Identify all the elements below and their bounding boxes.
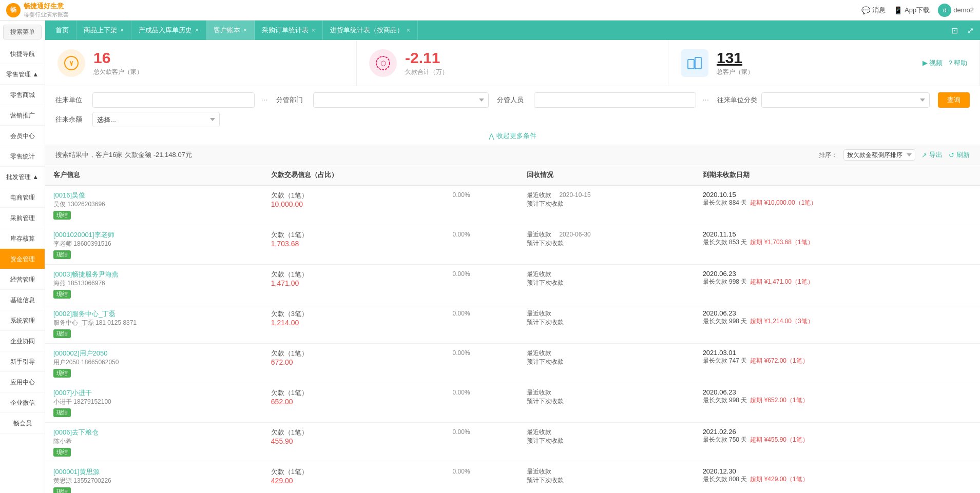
tab-kehu[interactable]: 客户账本 × — [206, 21, 255, 40]
debt-amount-3[interactable]: 1,214.00 — [271, 319, 436, 327]
filter-dots-person[interactable]: ··· — [702, 95, 709, 105]
tab-shangpin-close[interactable]: × — [120, 27, 124, 34]
sidebar-item-jingying[interactable]: 经营管理 — [0, 269, 45, 290]
overdue-link-6[interactable]: 超期 ¥455.90（1笔） — [750, 436, 808, 444]
debt-amount-2[interactable]: 1,471.00 — [271, 279, 436, 287]
sidebar-item-lingshou[interactable]: 零售管理 ▲ — [0, 64, 45, 85]
tab-jinhuo[interactable]: 进货单统计表（按商品） × — [323, 21, 418, 40]
filter-select-dept[interactable] — [313, 92, 489, 108]
user-avatar-btn[interactable]: d demo2 — [938, 4, 974, 17]
phone-icon: 📱 — [894, 6, 902, 14]
sidebar-item-pifa[interactable]: 批发管理 ▲ — [0, 167, 45, 187]
filter-area: 往来单位 ··· 分管部门 分管人员 ··· — [45, 86, 980, 145]
stat-card-debt-customers: ¥ 16 总欠款客户（家） — [45, 40, 357, 86]
refresh-btn[interactable]: ↺ 刷新 — [949, 150, 970, 160]
collection-last-6: 最近收款 — [527, 428, 686, 437]
sidebar-item-qiyeweixin[interactable]: 企业微信 — [0, 392, 45, 413]
sidebar-item-xinshou[interactable]: 新手引导 — [0, 351, 45, 372]
overdue-link-0[interactable]: 超期 ¥10,000.00（1笔） — [750, 199, 817, 207]
help-btn[interactable]: ? 帮助 — [949, 58, 967, 68]
customer-name-3[interactable]: [0002]服务中心_丁磊 — [53, 309, 255, 319]
export-icon: ↗ — [921, 151, 927, 159]
overdue-link-4[interactable]: 超期 ¥672.00（1笔） — [750, 357, 808, 365]
overdue-link-1[interactable]: 超期 ¥1,703.68（1笔） — [750, 238, 813, 247]
search-button[interactable]: 查询 — [938, 92, 970, 108]
cell-pct-0: 0.00% — [445, 185, 518, 225]
debt-amount-6[interactable]: 455.90 — [271, 437, 436, 445]
collection-last-4: 最近收款 — [527, 349, 686, 358]
stat-value-debt-total: -2.11 — [405, 49, 448, 67]
overdue-link-3[interactable]: 超期 ¥1,214.00（3笔） — [750, 317, 813, 326]
export-btn[interactable]: ↗ 导出 — [921, 150, 943, 160]
overdue-info-0: 最长欠款 884 天 超期 ¥10,000.00（1笔） — [703, 199, 972, 207]
overdue-days-3: 最长欠款 998 天 — [703, 317, 747, 326]
customer-name-5[interactable]: [0007]小进干 — [53, 388, 255, 398]
sidebar-item-huiyuan[interactable]: 会员中心 — [0, 126, 45, 146]
cell-pct-7: 0.00% — [445, 462, 518, 494]
due-date-1: 2020.11.15 — [703, 230, 972, 238]
sidebar-item-dianshang[interactable]: 电商管理 — [0, 187, 45, 208]
video-btn[interactable]: ▶ 视频 — [923, 58, 943, 68]
overdue-link-5[interactable]: 超期 ¥652.00（1笔） — [750, 396, 808, 405]
sidebar-item-lingshoushangcheng[interactable]: 零售商城 — [0, 85, 45, 105]
app-download-btn[interactable]: 📱 App下载 — [894, 6, 930, 15]
debt-amount-4[interactable]: 672.00 — [271, 358, 436, 366]
cell-debt-4: 欠款（1笔） 672.00 — [263, 344, 445, 383]
message-btn[interactable]: 💬 消息 — [861, 6, 886, 15]
tab-shangpin[interactable]: 商品上下架 × — [76, 21, 131, 40]
sidebar-item-lingshouji[interactable]: 零售统计 — [0, 146, 45, 167]
customer-tag-5: 现结 — [53, 408, 71, 417]
sidebar-item-kuaijie[interactable]: 快捷导航 — [0, 44, 45, 64]
customer-name-4[interactable]: [000002]用户2050 — [53, 349, 255, 358]
cell-debt-6: 欠款（1笔） 455.90 — [263, 423, 445, 462]
col-header-collection: 回收情况 — [518, 165, 695, 185]
cell-collection-5: 最近收款 预计下次收款 — [518, 383, 695, 423]
filter-select-category[interactable] — [761, 92, 930, 108]
tab-chanpin[interactable]: 产成品入库单历史 × — [131, 21, 206, 40]
debt-amount-5[interactable]: 652.00 — [271, 398, 436, 406]
customer-name-2[interactable]: [0003]畅捷服务尹海燕 — [53, 270, 255, 279]
table-row: [0003]畅捷服务尹海燕 海燕 18513066976 现结 欠款（1笔） 1… — [45, 265, 980, 304]
sidebar-item-yingxiao[interactable]: 营销推广 — [0, 105, 45, 126]
sidebar-item-kucun[interactable]: 库存核算 — [0, 228, 45, 249]
sidebar-item-xitong[interactable]: 系统管理 — [0, 310, 45, 331]
tab-chanpin-close[interactable]: × — [195, 27, 199, 34]
tab-jinhuo-close[interactable]: × — [407, 27, 410, 34]
customer-name-0[interactable]: [0016]吴俊 — [53, 191, 255, 200]
customer-name-7[interactable]: [000001]黄思源 — [53, 467, 255, 477]
tab-caigou-close[interactable]: × — [312, 27, 315, 34]
filter-dots-unit[interactable]: ··· — [261, 95, 267, 105]
table-area: 客户信息 欠款交易信息（占比） 回收情况 到期未收款日期 [0016]吴俊 吴俊… — [45, 165, 980, 493]
debt-pct-4: 0.00% — [453, 349, 470, 357]
tab-home[interactable]: 首页 — [48, 21, 76, 40]
search-menu-btn[interactable]: 搜索菜单 — [3, 25, 42, 40]
collection-next-7: 预计下次收款 — [527, 476, 686, 485]
cell-customer-2: [0003]畅捷服务尹海燕 海燕 18513066976 现结 — [45, 265, 263, 304]
sidebar-item-zijin[interactable]: 资金管理 — [0, 249, 45, 269]
collapse-btn[interactable]: ⋀ 收起更多条件 — [55, 131, 970, 141]
sidebar-item-yingyong[interactable]: 应用中心 — [0, 372, 45, 392]
filter-select-balance[interactable]: 选择... — [92, 112, 220, 127]
customer-name-6[interactable]: [0006]去下粮仓 — [53, 428, 255, 437]
customer-name-1[interactable]: [0001020001]李老师 — [53, 230, 255, 240]
debt-amount-1[interactable]: 1,703.68 — [271, 240, 436, 248]
sidebar-item-caigou[interactable]: 采购管理 — [0, 208, 45, 228]
overdue-link-7[interactable]: 超期 ¥429.00（1笔） — [750, 475, 808, 484]
sidebar-search[interactable]: 搜索菜单 — [0, 21, 45, 44]
filter-input-person[interactable] — [534, 92, 696, 108]
tab-caigou[interactable]: 采购订单统计表 × — [255, 21, 323, 40]
sidebar-item-changhyuan[interactable]: 畅会员 — [0, 413, 45, 433]
tab-maximize-btn[interactable]: ⤢ — [964, 26, 977, 35]
tab-restore-btn[interactable]: ⊡ — [948, 26, 961, 35]
table-row: [0006]去下粮仓 陈小希 现结 欠款（1笔） 455.90 0.00% 最近… — [45, 423, 980, 462]
filter-input-unit[interactable] — [92, 92, 255, 108]
tab-kehu-close[interactable]: × — [243, 27, 247, 34]
sidebar-item-jichu[interactable]: 基础信息 — [0, 290, 45, 310]
sort-select[interactable]: 按欠款金额倒序排序 — [843, 149, 915, 161]
sidebar-item-qiyexietong[interactable]: 企业协同 — [0, 331, 45, 351]
filter-item-unit: 往来单位 ··· — [55, 92, 268, 108]
debt-pct-5: 0.00% — [453, 389, 470, 396]
overdue-link-2[interactable]: 超期 ¥1,471.00（1笔） — [750, 278, 813, 286]
debt-amount-7[interactable]: 429.00 — [271, 477, 436, 485]
debt-amount-0[interactable]: 10,000.00 — [271, 200, 436, 208]
